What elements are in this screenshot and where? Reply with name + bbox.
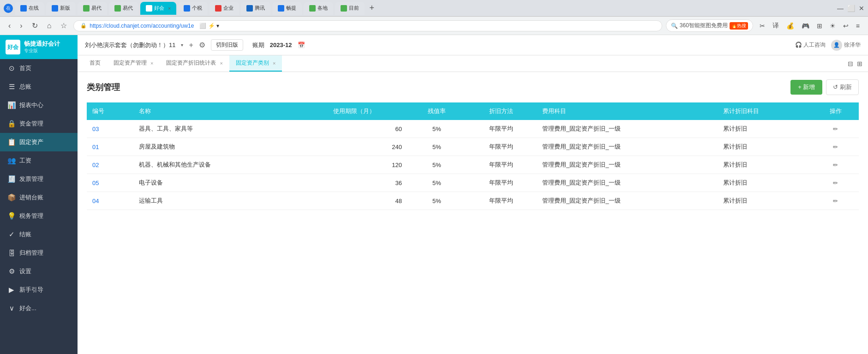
translate-btn[interactable]: 译 — [770, 20, 782, 32]
browser-tab-7[interactable]: 企业 — [210, 2, 239, 15]
tab-label-9: 畅提 — [286, 5, 296, 12]
tab-collapse-btn[interactable]: ⊟ — [848, 60, 853, 67]
undo-btn[interactable]: ↩ — [840, 20, 851, 31]
tab-asset-category-close[interactable]: × — [273, 60, 275, 66]
right-panel: 刘小艳演示套套（勿删勿动！）11 ▾ + ⚙ 切到旧版 账期 2023-12 📅… — [78, 35, 868, 354]
browser-tab-11[interactable]: 目前 — [335, 2, 365, 15]
tab-close-5[interactable]: × — [168, 6, 171, 11]
edit-btn[interactable]: ✏ — [833, 180, 838, 186]
closing-icon: ✓ — [7, 230, 16, 239]
sidebar-item-home[interactable]: ⊙ 首页 — [0, 59, 78, 78]
sidebar-item-tax[interactable]: 💡 税务管理 — [0, 207, 78, 225]
table-row: 01 房屋及建筑物 240 5% 年限平均 管理费用_固定资产折旧_一级 累计折… — [87, 138, 859, 156]
cell-code: 03 — [87, 120, 133, 138]
browser-tab-3[interactable]: 易代 — [78, 2, 107, 15]
user-dropdown-arrow[interactable]: ▾ — [181, 42, 183, 48]
sidebar-item-funds[interactable]: 🔒 资金管理 — [0, 114, 78, 133]
sidebar-item-settings[interactable]: ⚙ 设置 — [0, 262, 78, 281]
sidebar-item-fixed-assets[interactable]: 📋 固定资产 — [0, 133, 78, 151]
content-inner: 类别管理 + 新增 ↺ 刷新 编号 名称 使用期限（月） 残值率 — [78, 72, 868, 217]
search-icon: 🔍 — [671, 23, 678, 29]
edit-btn[interactable]: ✏ — [833, 126, 838, 132]
tab-depreciation-table-close[interactable]: × — [220, 60, 222, 66]
tab-expand-btn[interactable]: ⊞ — [857, 60, 862, 67]
code-link[interactable]: 01 — [92, 144, 99, 150]
sidebar-item-stock[interactable]: 📦 进销台账 — [0, 188, 78, 207]
table-row: 05 电子设备 36 5% 年限平均 管理费用_固定资产折旧_一级 累计折旧 ✏ — [87, 174, 859, 192]
sidebar-item-reports[interactable]: 📊 报表中心 — [0, 96, 78, 114]
edit-btn[interactable]: ✏ — [833, 198, 838, 204]
consult-btn[interactable]: 🎧 人工咨询 — [795, 41, 826, 49]
sidebar-item-archive[interactable]: 🗄 归档管理 — [0, 244, 78, 262]
sidebar-item-payroll[interactable]: 👥 工资 — [0, 151, 78, 170]
sidebar-item-ledger[interactable]: ☰ 总账 — [0, 78, 78, 96]
sidebar-item-invoice[interactable]: 🧾 发票管理 — [0, 170, 78, 188]
scissors-btn[interactable]: ✂ — [757, 20, 768, 31]
refresh-btn[interactable]: ↺ 刷新 — [826, 79, 859, 95]
reload-button[interactable]: ↻ — [29, 19, 41, 32]
table-header: 编号 名称 使用期限（月） 残值率 折旧方法 费用科目 累计折旧科目 操作 — [87, 102, 859, 120]
tab-fixed-asset-mgmt-close[interactable]: × — [150, 60, 153, 66]
app-header: 刘小艳演示套套（勿删勿动！）11 ▾ + ⚙ 切到旧版 账期 2023-12 📅… — [78, 35, 868, 55]
edit-btn[interactable]: ✏ — [833, 162, 838, 168]
browser-tab-8[interactable]: 腾讯 — [241, 2, 270, 15]
browser-tab-1[interactable]: 在线 — [15, 2, 44, 15]
new-tab-btn[interactable]: + — [366, 3, 377, 13]
tab-fixed-asset-mgmt[interactable]: 固定资产管理 × — [107, 55, 160, 72]
avatar: 👤 — [831, 40, 842, 51]
address-bar[interactable]: 🔒 https://cloud.chanjet.com/accounting/u… — [73, 20, 662, 31]
settings-browser-btn[interactable]: ☀ — [827, 20, 838, 31]
tab-asset-category[interactable]: 固定资产类别 × — [229, 55, 282, 72]
cell-period: 240 — [300, 138, 407, 156]
tab-icon-6 — [184, 5, 190, 12]
tab-icon-11 — [341, 5, 347, 12]
action-buttons: + 新增 ↺ 刷新 — [790, 79, 859, 95]
switch-to-old-btn[interactable]: 切到旧版 — [211, 39, 243, 51]
home-button[interactable]: ⌂ — [44, 20, 54, 32]
add-account-btn[interactable]: + — [189, 41, 193, 49]
forward-button[interactable]: › — [17, 20, 25, 32]
header-right: 🎧 人工咨询 👤 徐泽华 — [795, 40, 861, 51]
url-text: https://cloud.chanjet.com/accounting/uw1… — [90, 23, 194, 29]
search-bar[interactable]: 🔍 360智能抠图免费用 🔥热搜 — [666, 19, 753, 32]
funds-icon: 🔒 — [7, 120, 16, 128]
sidebar-item-guide[interactable]: ▶ 新手引导 — [0, 281, 78, 299]
back-button[interactable]: ‹ — [6, 20, 13, 32]
code-link[interactable]: 05 — [92, 180, 99, 186]
tab-icon-4 — [114, 5, 121, 12]
more-icon: ∨ — [7, 304, 16, 312]
browser-tab-9[interactable]: 畅提 — [272, 2, 302, 15]
browser-tab-4[interactable]: 易代 — [109, 2, 138, 15]
minimize-btn[interactable]: — — [837, 5, 844, 12]
col-expense-subject: 费用科目 — [537, 102, 718, 120]
close-btn[interactable]: ✕ — [859, 5, 864, 12]
edit-btn[interactable]: ✏ — [833, 144, 838, 150]
tab-depreciation-table[interactable]: 固定资产折旧统计表 × — [160, 55, 229, 72]
game-btn[interactable]: 🎮 — [799, 20, 812, 31]
browser-tab-2[interactable]: 新版 — [46, 2, 76, 15]
browser-tab-10[interactable]: 各地 — [304, 2, 333, 15]
grid-btn[interactable]: ⊞ — [814, 20, 825, 31]
bookmark-button[interactable]: ☆ — [58, 19, 70, 32]
browser-tab-5[interactable]: 好会 × — [140, 2, 176, 15]
sidebar-item-closing[interactable]: ✓ 结账 — [0, 225, 78, 244]
tab-home[interactable]: 首页 — [83, 55, 107, 72]
sidebar-item-closing-label: 结账 — [19, 230, 31, 239]
menu-btn[interactable]: ≡ — [853, 20, 862, 31]
sidebar-app-info: 畅捷通好会计 专业版 — [24, 40, 60, 54]
restore-btn[interactable]: ⬜ — [847, 5, 855, 12]
calendar-icon[interactable]: 📅 — [298, 42, 305, 48]
period-value: 2023-12 — [270, 42, 292, 48]
tab-icon-7 — [215, 5, 221, 12]
account-settings-btn[interactable]: ⚙ — [199, 41, 205, 49]
code-link[interactable]: 02 — [92, 162, 99, 168]
code-link[interactable]: 03 — [92, 126, 99, 132]
code-link[interactable]: 04 — [92, 198, 99, 204]
browser-tab-6[interactable]: 个税 — [178, 2, 208, 15]
tab-label-6: 个税 — [192, 5, 202, 12]
page-title-bar: 类别管理 + 新增 ↺ 刷新 — [87, 79, 859, 95]
sidebar-item-more[interactable]: ∨ 好会... — [0, 299, 78, 318]
wallet-btn[interactable]: 💰 — [784, 20, 797, 31]
add-category-btn[interactable]: + 新增 — [790, 80, 822, 95]
tab-label-5: 好会 — [154, 5, 164, 12]
